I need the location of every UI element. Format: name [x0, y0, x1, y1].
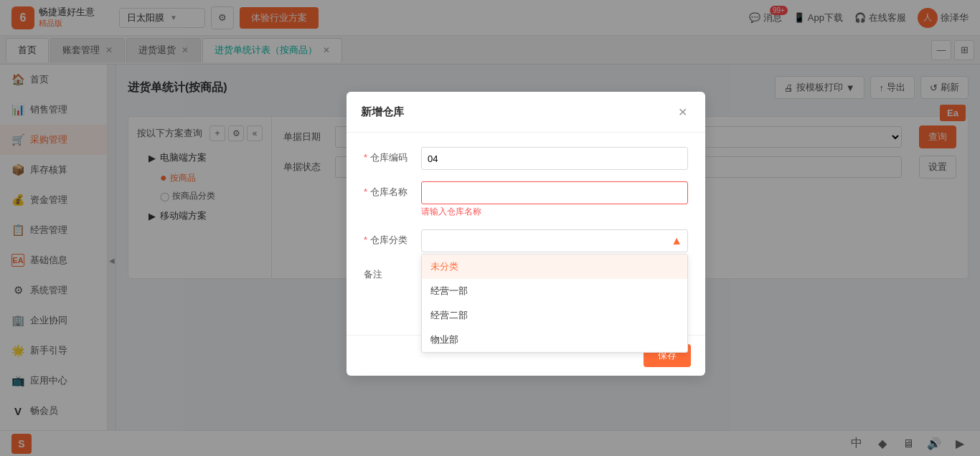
dialog-body: 仓库编码 仓库名称 请输入仓库名称 仓库分类 ▲ 未分类 经营一部 — [347, 133, 705, 335]
form-row-category: 仓库分类 ▲ 未分类 经营一部 经营二部 物业部 — [364, 229, 688, 252]
dialog-close-btn[interactable]: ✕ — [674, 103, 691, 120]
add-warehouse-dialog: 新增仓库 ✕ 仓库编码 仓库名称 请输入仓库名称 仓库分类 ▲ — [347, 92, 705, 376]
dropdown-item-dept3[interactable]: 物业部 — [422, 328, 687, 352]
dropdown-item-unclassified[interactable]: 未分类 — [422, 255, 687, 279]
name-label: 仓库名称 — [364, 181, 421, 199]
code-input[interactable] — [421, 147, 688, 170]
category-toggle-icon[interactable]: ▲ — [671, 234, 682, 247]
name-input[interactable] — [421, 181, 688, 204]
category-label: 仓库分类 — [364, 229, 421, 247]
category-dropdown: 未分类 经营一部 经营二部 物业部 — [421, 254, 688, 353]
dropdown-item-dept2[interactable]: 经营二部 — [422, 303, 687, 328]
name-input-wrap: 请输入仓库名称 — [421, 181, 688, 218]
name-error-msg: 请输入仓库名称 — [421, 206, 688, 218]
form-row-name: 仓库名称 请输入仓库名称 — [364, 181, 688, 218]
form-row-code: 仓库编码 — [364, 147, 688, 170]
category-input[interactable] — [421, 229, 688, 252]
category-input-wrap: ▲ 未分类 经营一部 经营二部 物业部 — [421, 229, 688, 252]
dropdown-item-dept1[interactable]: 经营一部 — [422, 279, 687, 303]
dialog-header: 新增仓库 ✕ — [347, 92, 705, 133]
code-label: 仓库编码 — [364, 147, 421, 164]
code-input-wrap — [421, 147, 688, 170]
note-label: 备注 — [364, 264, 421, 281]
dialog-title: 新增仓库 — [361, 105, 404, 118]
